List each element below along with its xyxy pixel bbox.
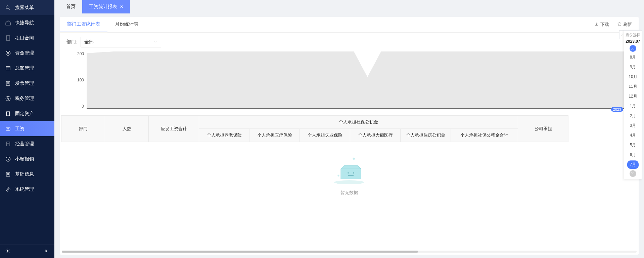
- month-item[interactable]: 4月: [624, 131, 642, 140]
- month-item[interactable]: 8月: [624, 53, 642, 62]
- month-panel-collapse[interactable]: [619, 30, 624, 39]
- sidebar-item-funds[interactable]: 资金管理: [0, 45, 54, 61]
- chart-plot: [87, 51, 632, 109]
- svg-point-16: [8, 128, 9, 129]
- svg-point-29: [334, 180, 364, 184]
- download-button[interactable]: 下载: [594, 22, 609, 28]
- month-scroll-up[interactable]: ︽: [630, 45, 636, 52]
- page-tabs: 首页 工资统计报表 ✕: [54, 0, 644, 13]
- panel-tabs-row: 部门工资统计表 月份统计表 下载 刷新: [60, 17, 639, 33]
- col-group-personal: 个人承担社保公积金: [199, 116, 518, 129]
- tax-icon: [5, 96, 11, 102]
- month-scroll-down[interactable]: ︾: [630, 170, 636, 177]
- panel-tab-month-stats[interactable]: 月份统计表: [107, 17, 146, 32]
- sidebar-item-label: 资金管理: [15, 50, 34, 56]
- sidebar-item-label: 基础信息: [15, 171, 34, 177]
- svg-rect-7: [6, 66, 10, 70]
- document-icon: [5, 35, 11, 41]
- panel-actions: 下载 刷新: [594, 22, 632, 28]
- svg-rect-20: [6, 172, 10, 176]
- sidebar-item-ledger[interactable]: 总账管理: [0, 61, 54, 76]
- collapse-sidebar-icon[interactable]: [44, 248, 49, 255]
- system-icon: [5, 186, 11, 192]
- download-icon: [594, 22, 599, 28]
- horizontal-scrollbar[interactable]: [62, 251, 637, 253]
- sidebar-item-tax[interactable]: 税务管理: [0, 91, 54, 106]
- y-tick: 100: [77, 78, 84, 82]
- sidebar-item-system[interactable]: 系统管理: [0, 182, 54, 197]
- col-pension: 个人承担养老保险: [199, 129, 249, 142]
- month-item[interactable]: 3月: [624, 121, 642, 130]
- action-label: 刷新: [623, 22, 632, 28]
- sidebar-item-salary[interactable]: 工资: [0, 121, 54, 136]
- tab-home[interactable]: 首页: [59, 0, 82, 13]
- svg-point-24: [7, 188, 9, 190]
- svg-point-31: [353, 172, 354, 174]
- col-housing-fund: 个人承担住房公积金: [401, 129, 451, 142]
- sidebar-item-project-contract[interactable]: 项目合同: [0, 30, 54, 45]
- col-medical: 个人承担医疗保险: [249, 129, 300, 142]
- building-icon: [5, 111, 11, 117]
- dept-select[interactable]: 全部: [81, 37, 161, 47]
- tab-salary-report[interactable]: 工资统计报表 ✕: [82, 0, 130, 13]
- y-tick: 200: [77, 51, 84, 56]
- month-item[interactable]: 9月: [624, 63, 642, 71]
- sidebar-footer: [0, 245, 54, 258]
- reimburse-icon: [5, 156, 11, 162]
- refresh-button[interactable]: 刷新: [617, 22, 632, 28]
- sidebar-item-search[interactable]: 搜索菜单: [0, 0, 54, 15]
- month-item-selected[interactable]: 7月: [627, 160, 639, 169]
- salary-icon: [5, 126, 11, 132]
- month-item[interactable]: 2月: [624, 112, 642, 120]
- sidebar-item-label: 项目合同: [15, 35, 34, 41]
- month-item[interactable]: 10月: [624, 73, 642, 81]
- month-item[interactable]: 12月: [624, 92, 642, 101]
- close-icon[interactable]: ✕: [120, 4, 123, 9]
- home-icon: [5, 20, 11, 26]
- sidebar-item-basic-info[interactable]: 基础信息: [0, 167, 54, 182]
- sidebar-item-quicknav[interactable]: 快捷导航: [0, 15, 54, 30]
- sidebar-item-reimburse[interactable]: 小畅报销: [0, 151, 54, 167]
- sidebar-items: 搜索菜单 快捷导航 项目合同 资金管理 总账管理 发票管理 税务管理 固定资产: [0, 0, 54, 245]
- sidebar-item-invoice[interactable]: 发票管理: [0, 76, 54, 91]
- tab-label: 首页: [66, 4, 76, 10]
- col-dept: 部门: [61, 116, 105, 142]
- col-unemployment: 个人承担失业保险: [300, 129, 350, 142]
- month-item[interactable]: 11月: [624, 82, 642, 91]
- y-tick: 0: [82, 104, 84, 109]
- refresh-icon: [617, 22, 622, 28]
- salary-table: 部门 人数 应发工资合计 个人承担社保公积金 公司承担 个人承担养老保险 个人承…: [61, 115, 568, 142]
- sidebar-item-assets[interactable]: 固定资产: [0, 106, 54, 121]
- chart-area: 200 100 0: [60, 51, 639, 115]
- panel-tab-label: 部门工资统计表: [67, 21, 100, 27]
- svg-rect-15: [6, 127, 10, 130]
- business-icon: [5, 141, 11, 147]
- filter-row: 部门: 全部: [60, 33, 639, 51]
- year-badge: 2023: [611, 107, 623, 112]
- month-item[interactable]: 5月: [624, 141, 642, 149]
- scrollbar-thumb[interactable]: [62, 251, 418, 253]
- month-item[interactable]: 1月: [624, 102, 642, 110]
- sidebar-item-label: 小畅报销: [15, 156, 34, 162]
- sidebar-item-label: 发票管理: [15, 80, 34, 86]
- empty-illustration: [329, 152, 369, 186]
- panel-tab-dept-salary[interactable]: 部门工资统计表: [60, 17, 107, 32]
- col-major-medical: 个人承担大额医疗: [350, 129, 401, 142]
- svg-point-23: [6, 187, 10, 191]
- sidebar-item-business[interactable]: 经营管理: [0, 136, 54, 151]
- action-label: 下载: [600, 22, 609, 28]
- svg-point-30: [348, 172, 349, 174]
- svg-line-1: [9, 8, 10, 10]
- month-item[interactable]: 6月: [624, 151, 642, 159]
- panel-tabs: 部门工资统计表 月份统计表: [60, 17, 146, 32]
- tab-label: 工资统计报表: [89, 4, 117, 10]
- sidebar-item-label: 工资: [15, 126, 25, 132]
- col-company: 公司承担: [518, 116, 568, 142]
- svg-point-0: [6, 6, 9, 9]
- sidebar-item-label: 总账管理: [15, 65, 34, 71]
- table-wrap: 部门 人数 应发工资合计 个人承担社保公积金 公司承担 个人承担养老保险 个人承…: [60, 115, 639, 199]
- settings-icon[interactable]: [5, 248, 10, 255]
- y-axis: 200 100 0: [66, 51, 87, 109]
- chart-fill: [87, 51, 632, 108]
- col-count: 人数: [105, 116, 149, 142]
